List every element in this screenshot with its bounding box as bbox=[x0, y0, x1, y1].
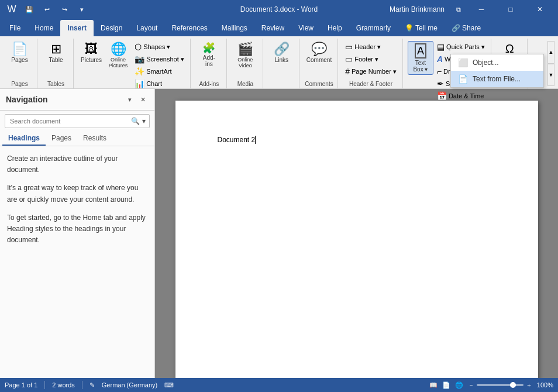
online-video-icon: 🎬 bbox=[237, 43, 253, 56]
addins-label: Add-ins bbox=[203, 54, 215, 67]
media-group-label: Media bbox=[232, 80, 259, 88]
shapes-button[interactable]: ⬡ Shapes ▾ bbox=[132, 41, 187, 53]
drop-cap-icon: ⌐ bbox=[437, 67, 442, 76]
word-icon[interactable]: W bbox=[5, 2, 19, 16]
text-cursor bbox=[255, 136, 256, 144]
object-dropdown-icon: ⬜ bbox=[458, 58, 468, 67]
shapes-label: Shapes ▾ bbox=[143, 43, 170, 51]
close-button[interactable]: ✕ bbox=[526, 0, 553, 19]
search-input[interactable] bbox=[8, 116, 130, 126]
links-button[interactable]: 🔗 Links bbox=[268, 41, 294, 65]
comment-button[interactable]: 💬 Comment bbox=[304, 41, 334, 65]
date-time-label: Date & Time bbox=[449, 92, 484, 99]
chart-icon: 📊 bbox=[135, 79, 144, 88]
tab-file[interactable]: File bbox=[2, 20, 27, 36]
nav-close-button[interactable]: ✕ bbox=[137, 94, 149, 105]
wordart-icon: A bbox=[437, 54, 443, 64]
media-group-content: 🎬 OnlineVideo bbox=[232, 39, 258, 80]
read-mode-icon[interactable]: 📖 bbox=[429, 381, 438, 389]
web-layout-icon[interactable]: 🌐 bbox=[455, 381, 463, 389]
object-item-label: Object... bbox=[473, 59, 499, 67]
online-pictures-button[interactable]: 🌐 OnlinePictures bbox=[105, 41, 131, 70]
ribbon-group-illustrations: 🖼 Pictures 🌐 OnlinePictures ⬡ Shapes ▾ 📷… bbox=[75, 39, 191, 88]
status-separator-2 bbox=[82, 381, 82, 389]
chart-button[interactable]: 📊 Chart bbox=[132, 78, 187, 90]
tab-home[interactable]: Home bbox=[27, 20, 60, 36]
online-video-button[interactable]: 🎬 OnlineVideo bbox=[232, 41, 258, 70]
chart-label: Chart bbox=[146, 80, 162, 87]
tab-tell-me[interactable]: 💡 Tell me bbox=[398, 20, 445, 36]
track-changes-icon: ✎ bbox=[89, 381, 95, 389]
tab-references[interactable]: References bbox=[164, 20, 214, 36]
customize-qat-button[interactable]: ▾ bbox=[75, 2, 89, 16]
user-name: Martin Brinkmann bbox=[390, 5, 445, 13]
search-button[interactable]: 🔍 bbox=[130, 116, 141, 126]
header-footer-group-label: Header & Footer bbox=[343, 80, 399, 88]
ribbon-scroll-up[interactable]: ▲ bbox=[547, 41, 554, 64]
minimize-button[interactable]: ─ bbox=[468, 0, 495, 19]
tab-design[interactable]: Design bbox=[94, 20, 129, 36]
comments-group-label: Comments bbox=[304, 80, 334, 88]
page-info[interactable]: Page 1 of 1 bbox=[5, 381, 37, 388]
screenshot-icon: 📷 bbox=[135, 54, 144, 64]
tab-review[interactable]: Review bbox=[254, 20, 291, 36]
maximize-button[interactable]: □ bbox=[497, 0, 524, 19]
object-menu-item[interactable]: ⬜ Object... bbox=[451, 54, 543, 71]
language[interactable]: German (Germany) bbox=[102, 381, 157, 388]
zoom-level[interactable]: 100% bbox=[537, 381, 553, 388]
text-from-file-icon: 📄 bbox=[458, 74, 468, 84]
nav-tab-results[interactable]: Results bbox=[77, 132, 112, 146]
tables-group-label: Tables bbox=[42, 80, 70, 88]
header-button[interactable]: ▭ Header ▾ bbox=[343, 41, 399, 53]
restore-window-button[interactable]: ⧉ bbox=[452, 2, 466, 16]
online-pictures-icon: 🌐 bbox=[111, 43, 126, 56]
text-from-file-menu-item[interactable]: 📄 Text from File... bbox=[451, 71, 543, 87]
title-bar-title: Document 3.docx - Word bbox=[240, 5, 318, 13]
zoom-in-button[interactable]: ＋ bbox=[526, 381, 532, 390]
table-button[interactable]: ⊞ Table bbox=[43, 41, 69, 65]
pictures-button[interactable]: 🖼 Pictures bbox=[78, 41, 104, 65]
addins-button[interactable]: 🧩 Add-ins bbox=[196, 41, 222, 69]
nav-collapse-button[interactable]: ▾ bbox=[124, 94, 136, 105]
text-box-button[interactable]: A TextBox ▾ bbox=[408, 41, 433, 75]
tab-help[interactable]: Help bbox=[321, 20, 349, 36]
zoom-out-button[interactable]: － bbox=[468, 381, 474, 390]
page-number-button[interactable]: # Page Number ▾ bbox=[343, 66, 399, 77]
page-number-icon: # bbox=[345, 67, 350, 76]
quick-parts-button[interactable]: ▤ Quick Parts ▾ bbox=[435, 41, 487, 53]
undo-button[interactable]: ↩ bbox=[40, 2, 54, 16]
doc-page: Document 2 bbox=[175, 101, 538, 378]
tab-share[interactable]: 🔗 Share bbox=[445, 20, 488, 36]
smartart-button[interactable]: ✨ SmartArt bbox=[132, 66, 187, 77]
smartart-label: SmartArt bbox=[146, 68, 171, 75]
tab-mailings[interactable]: Mailings bbox=[215, 20, 254, 36]
save-button[interactable]: 💾 bbox=[22, 2, 36, 16]
zoom-thumb[interactable] bbox=[510, 382, 516, 388]
doc-content[interactable]: Document 2 bbox=[218, 136, 496, 144]
nav-content: Create an interactive outline of your do… bbox=[0, 146, 154, 378]
doc-area[interactable]: Document 2 bbox=[155, 89, 558, 378]
search-dropdown-button[interactable]: ▾ bbox=[141, 116, 147, 126]
redo-button[interactable]: ↪ bbox=[57, 2, 71, 16]
pages-group-label: Pages bbox=[6, 80, 33, 88]
pages-label: Pages bbox=[11, 57, 27, 63]
nav-tab-headings[interactable]: Headings bbox=[2, 132, 46, 146]
main-area: Navigation ▾ ✕ 🔍 ▾ Headings Pages Result… bbox=[0, 89, 558, 378]
print-layout-icon[interactable]: 📄 bbox=[442, 381, 450, 389]
date-time-button[interactable]: 📅 Date & Time bbox=[435, 90, 487, 102]
search-box: 🔍 ▾ bbox=[5, 114, 150, 128]
screenshot-button[interactable]: 📷 Screenshot ▾ bbox=[132, 53, 187, 65]
zoom-slider: － ＋ bbox=[468, 381, 532, 390]
tab-grammarly[interactable]: Grammarly bbox=[349, 20, 398, 36]
pages-button[interactable]: 📄 Pages bbox=[7, 41, 33, 65]
nav-hint-2: It's a great way to keep track of where … bbox=[7, 183, 147, 205]
nav-tab-pages[interactable]: Pages bbox=[46, 132, 77, 146]
table-icon: ⊞ bbox=[51, 43, 61, 56]
footer-button[interactable]: ▭ Footer ▾ bbox=[343, 53, 399, 65]
zoom-track[interactable] bbox=[477, 384, 523, 386]
tab-insert[interactable]: Insert bbox=[60, 20, 94, 36]
tab-view[interactable]: View bbox=[291, 20, 321, 36]
ribbon-scroll-down[interactable]: ▼ bbox=[547, 64, 554, 87]
tab-layout[interactable]: Layout bbox=[129, 20, 164, 36]
word-count[interactable]: 2 words bbox=[52, 381, 75, 388]
